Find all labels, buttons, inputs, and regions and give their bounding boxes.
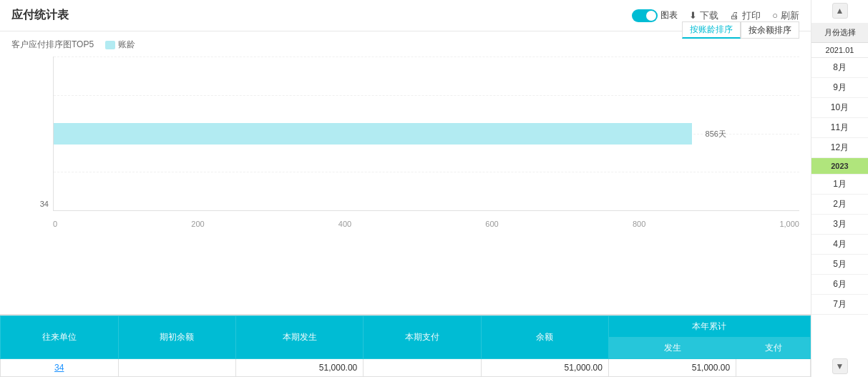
legend-aging-label: 账龄 (118, 39, 135, 51)
x-label-200: 200 (191, 220, 204, 228)
sidebar-month-item[interactable]: 2023 (811, 158, 868, 175)
sidebar-month-list: 8月9月10月11月12月20231月2月3月4月5月6月7月 (811, 58, 868, 354)
data-table: 往来单位 期初余额 本期发生 本期支付 余额 本年累计 发生 支付 34 51,… (0, 315, 811, 377)
chart-toggle-wrap: 图表 (632, 9, 678, 22)
th-current-pay: 本期支付 (364, 316, 482, 359)
sort-by-balance-button[interactable]: 按余额排序 (741, 21, 799, 39)
sidebar-month-item[interactable]: 6月 (811, 275, 868, 295)
chart-label: 图表 (660, 9, 678, 21)
th-opening: 期初余额 (118, 316, 236, 359)
chart-area: 34 856天 (11, 57, 799, 250)
table-section: 往来单位 期初余额 本期发生 本期支付 余额 本年累计 发生 支付 34 51,… (0, 314, 811, 377)
bar-row-34: 856天 (54, 123, 799, 145)
download-icon: ⬇ (689, 10, 697, 21)
table-row: 34 51,000.00 51,000.00 51,000.00 (1, 359, 811, 377)
scroll-down-button[interactable]: ▼ (832, 358, 848, 374)
x-label-1000: 1,000 (779, 220, 799, 228)
x-label-800: 800 (633, 220, 645, 228)
bar-end-label-34: 856天 (706, 128, 726, 139)
x-label-400: 400 (338, 220, 351, 228)
td-unit[interactable]: 34 (1, 359, 119, 377)
refresh-button[interactable]: ○ 刷新 (772, 9, 799, 22)
sidebar-month-item[interactable]: 5月 (811, 255, 868, 275)
sidebar-title: 月份选择 (811, 23, 868, 43)
td-opening (118, 359, 236, 377)
sidebar: ▲ 月份选择 2021.01 8月9月10月11月12月20231月2月3月4月… (811, 0, 868, 377)
legend-item-aging: 账龄 (105, 39, 135, 51)
legend-color-box (105, 41, 115, 49)
sort-buttons: 按账龄排序 按余额排序 (682, 21, 799, 39)
sidebar-month-item[interactable]: 9月 (811, 78, 868, 98)
x-label-600: 600 (485, 220, 498, 228)
download-button[interactable]: ⬇ 下载 (689, 9, 718, 22)
chart-legend: 客户应付排序图TOP5 账龄 (11, 39, 135, 51)
sort-by-aging-button[interactable]: 按账龄排序 (682, 21, 741, 39)
header-actions: 图表 ⬇ 下载 🖨 打印 ○ 刷新 (632, 9, 799, 22)
chart-section: 客户应付排序图TOP5 账龄 按账龄排序 按余额排序 34 (0, 31, 811, 314)
sidebar-month-item[interactable]: 11月 (811, 118, 868, 138)
sidebar-current-date: 2021.01 (811, 43, 868, 58)
th-unit: 往来单位 (1, 316, 119, 359)
th-balance: 余额 (481, 316, 608, 359)
sidebar-nav-up: ▲ (811, 0, 868, 21)
print-button[interactable]: 🖨 打印 (730, 9, 761, 22)
sidebar-month-item[interactable]: 7月 (811, 295, 868, 315)
td-ytd-pay (736, 359, 811, 377)
td-ytd-occur: 51,000.00 (608, 359, 736, 377)
refresh-icon: ○ (772, 10, 778, 21)
th-ytd: 本年累计 (608, 316, 810, 338)
th-ytd-occur: 发生 (608, 338, 736, 359)
y-label-34: 34 (11, 200, 53, 211)
legend-item-rank: 客户应付排序图TOP5 (11, 39, 94, 51)
chart-toggle[interactable] (632, 9, 658, 22)
sidebar-month-item[interactable]: 10月 (811, 98, 868, 118)
sidebar-nav-down: ▼ (811, 356, 868, 377)
sidebar-month-item[interactable]: 8月 (811, 58, 868, 78)
td-current-pay (364, 359, 482, 377)
sidebar-month-item[interactable]: 12月 (811, 138, 868, 158)
sidebar-month-item[interactable]: 1月 (811, 175, 868, 195)
legend-rank-label: 客户应付排序图TOP5 (11, 39, 94, 51)
td-current-occur: 51,000.00 (236, 359, 364, 377)
sidebar-month-item[interactable]: 3月 (811, 215, 868, 235)
sidebar-month-item[interactable]: 2月 (811, 195, 868, 215)
sidebar-month-item[interactable]: 4月 (811, 235, 868, 255)
th-current-occur: 本期发生 (236, 316, 364, 359)
x-label-0: 0 (53, 220, 57, 228)
td-balance: 51,000.00 (481, 359, 608, 377)
print-icon: 🖨 (730, 10, 739, 21)
scroll-up-button[interactable]: ▲ (832, 3, 848, 19)
bar-34: 856天 (54, 123, 692, 145)
page-title: 应付统计表 (11, 8, 69, 23)
th-ytd-pay: 支付 (736, 338, 811, 359)
